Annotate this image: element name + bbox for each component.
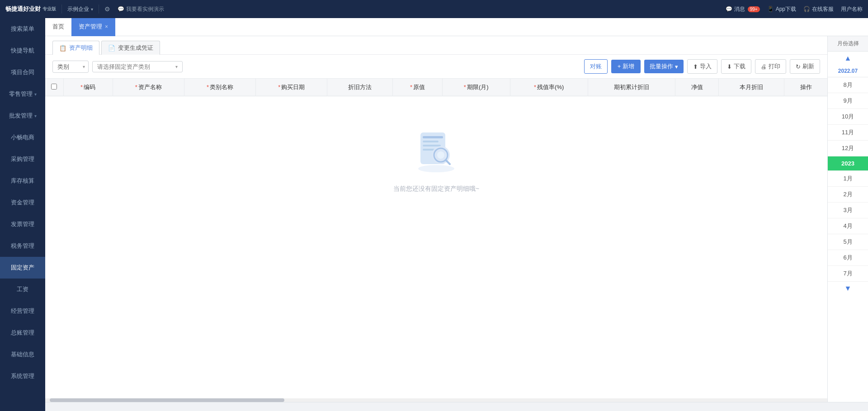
- app-download-button[interactable]: 📱 App下载: [767, 5, 796, 13]
- messages-button[interactable]: 💬 消息 99+: [726, 5, 760, 13]
- brand-sub: 专业版: [42, 6, 56, 12]
- sub-tabs: 📋 资产明细 📄 变更生成凭证: [45, 36, 827, 55]
- month-item-5[interactable]: 5月: [828, 234, 868, 250]
- app-download-label: App下载: [776, 5, 796, 13]
- sidebar-item-label: 固定资产: [11, 264, 34, 272]
- category-filter[interactable]: 类别: [52, 61, 89, 73]
- month-item-8[interactable]: 8月: [828, 77, 868, 93]
- sidebar-item-project[interactable]: 项目合同: [0, 61, 45, 83]
- close-icon[interactable]: ×: [105, 24, 108, 30]
- sidebar-item-ecommerce[interactable]: 小畅电商: [0, 127, 45, 148]
- import-button[interactable]: ⬆ 导入: [687, 59, 717, 74]
- required-star: *: [278, 84, 280, 90]
- sidebar-item-label: 发票管理: [11, 220, 34, 228]
- sidebar-item-purchase[interactable]: 采购管理: [0, 148, 45, 170]
- scrollbar-thumb[interactable]: [50, 398, 284, 402]
- svg-rect-2: [423, 136, 443, 138]
- sub-tab-change-voucher[interactable]: 📄 变更生成凭证: [101, 41, 160, 55]
- sub-tab-asset-detail[interactable]: 📋 资产明细: [52, 41, 99, 55]
- table-wrap: *编码 *资产名称 *类别名称 *购买日期 折旧方法 *原值 *期限(月) *残…: [45, 79, 827, 398]
- month-item-9[interactable]: 9月: [828, 93, 868, 109]
- sidebar-item-operations[interactable]: 经营管理: [0, 300, 45, 322]
- sidebar-item-search[interactable]: 搜索菜单: [0, 18, 45, 40]
- month-item-12[interactable]: 12月: [828, 141, 868, 156]
- sub-tab-label: 变更生成凭证: [118, 44, 153, 52]
- tab-asset-management[interactable]: 资产管理 ×: [71, 18, 115, 36]
- horizontal-scrollbar[interactable]: [45, 398, 827, 402]
- import-label: 导入: [700, 62, 712, 71]
- batch-label: 批量操作: [650, 62, 673, 71]
- batch-button[interactable]: 批量操作 ▾: [644, 60, 684, 73]
- month-item-year-2023[interactable]: 2023: [828, 156, 868, 171]
- brand: 畅捷通好业财 专业版: [5, 5, 56, 13]
- month-item-11[interactable]: 11月: [828, 125, 868, 141]
- month-up-button[interactable]: ▲: [841, 53, 855, 63]
- month-item-7[interactable]: 7月: [828, 266, 868, 282]
- messages-label: 消息: [734, 5, 745, 13]
- category-input[interactable]: [97, 63, 174, 70]
- toolbar: 类别 ▾ ▾ 对账 + 新增 批量操作: [45, 55, 827, 79]
- tab-bar: 首页 资产管理 ×: [45, 18, 868, 36]
- month-item-6[interactable]: 6月: [828, 250, 868, 266]
- sidebar-item-system[interactable]: 系统管理: [0, 365, 45, 387]
- download-label: 下载: [734, 62, 745, 71]
- import-icon: ⬆: [693, 63, 698, 70]
- print-button[interactable]: 🖨 打印: [755, 59, 786, 74]
- th-code: *编码: [63, 79, 113, 96]
- svg-point-0: [418, 165, 454, 172]
- sidebar-item-finance[interactable]: 资金管理: [0, 192, 45, 213]
- empty-illustration: [409, 123, 463, 178]
- tab-asset-label: 资产管理: [79, 23, 102, 31]
- month-item-10[interactable]: 10月: [828, 109, 868, 125]
- tab-home[interactable]: 首页: [45, 18, 71, 36]
- month-panel-header: 月份选择: [828, 36, 868, 52]
- online-service-button[interactable]: 🎧 在线客服: [803, 5, 834, 13]
- sidebar-item-wholesale[interactable]: 批发管理 ▾: [0, 105, 45, 127]
- sidebar-item-fixed-assets[interactable]: 固定资产: [0, 257, 45, 279]
- sidebar-item-basic-info[interactable]: 基础信息: [0, 344, 45, 365]
- sidebar-item-retail[interactable]: 零售管理 ▾: [0, 83, 45, 105]
- add-button[interactable]: + 新增: [611, 60, 641, 73]
- sidebar-item-quick-nav[interactable]: 快捷导航: [0, 40, 45, 61]
- print-label: 打印: [769, 62, 780, 71]
- match-button[interactable]: 对账: [584, 59, 608, 74]
- month-nav-down[interactable]: ▼: [828, 282, 868, 295]
- demo-link[interactable]: 💬 我要看实例演示: [118, 5, 164, 13]
- print-icon: 🖨: [761, 63, 767, 70]
- user-name: 用户名称: [841, 5, 863, 13]
- refresh-button[interactable]: ↻ 刷新: [790, 59, 820, 74]
- sidebar-item-payroll[interactable]: 工资: [0, 279, 45, 300]
- month-item-2[interactable]: 2月: [828, 187, 868, 203]
- settings-icon[interactable]: ⚙: [104, 5, 110, 13]
- month-item-3[interactable]: 3月: [828, 203, 868, 218]
- main-layout: 搜索菜单 快捷导航 项目合同 零售管理 ▾ 批发管理 ▾ 小畅电商 采购管理 库…: [0, 18, 868, 411]
- empty-state: 当前您还没有固定资产明细哦~: [45, 96, 827, 220]
- select-all-checkbox[interactable]: [51, 84, 57, 90]
- sidebar-item-inventory[interactable]: 库存核算: [0, 170, 45, 192]
- divider: [61, 5, 62, 14]
- month-item-4[interactable]: 4月: [828, 218, 868, 234]
- sidebar-item-general-ledger[interactable]: 总账管理: [0, 322, 45, 344]
- svg-rect-3: [423, 141, 439, 142]
- month-nav-up[interactable]: ▲: [828, 52, 868, 65]
- required-star: *: [80, 84, 83, 90]
- sidebar-item-label: 库存核算: [11, 177, 34, 185]
- chevron-down-icon: ▾: [34, 113, 37, 118]
- month-item-1[interactable]: 1月: [828, 171, 868, 187]
- month-down-button[interactable]: ▼: [841, 283, 855, 293]
- empty-text: 当前您还没有固定资产明细哦~: [393, 185, 479, 193]
- category-input-wrap[interactable]: ▾: [92, 61, 183, 72]
- sidebar-item-label: 税务管理: [11, 242, 34, 250]
- demo-label: 我要看实例演示: [126, 5, 164, 13]
- category-filter-wrap: 类别 ▾: [52, 61, 89, 73]
- company-name: 示例企业: [67, 5, 89, 13]
- download-button[interactable]: ⬇ 下载: [721, 59, 751, 74]
- th-category: *类别名称: [184, 79, 256, 96]
- company-selector[interactable]: 示例企业 ▾: [67, 5, 93, 13]
- refresh-label: 刷新: [802, 62, 814, 71]
- page-content: 📋 资产明细 📄 变更生成凭证 类别: [45, 36, 868, 402]
- sidebar-item-tax[interactable]: 税务管理: [0, 235, 45, 257]
- sidebar-item-invoice[interactable]: 发票管理: [0, 213, 45, 235]
- user-avatar[interactable]: 用户名称: [841, 5, 863, 13]
- th-monthly-depreciation: 本月折旧: [719, 79, 784, 96]
